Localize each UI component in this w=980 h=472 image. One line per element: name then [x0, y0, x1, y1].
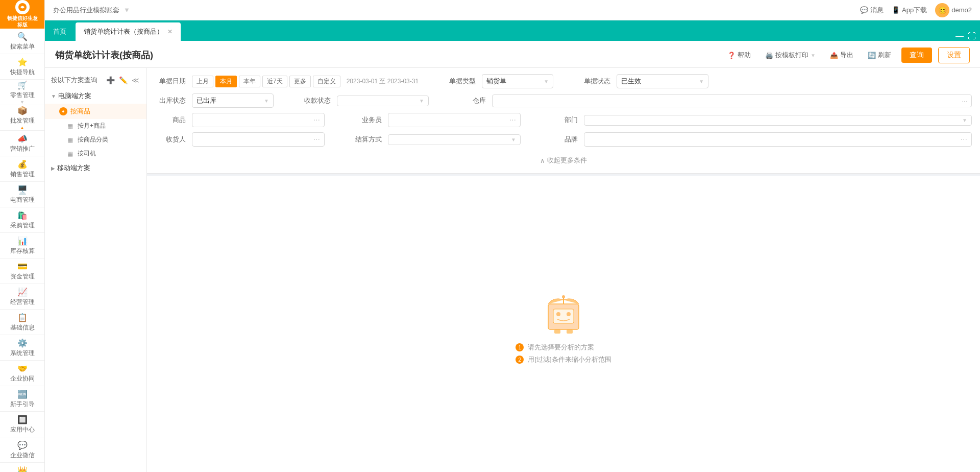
export-button[interactable]: 📤 导出 [826, 49, 857, 62]
enterprise-icon: 🤝 [17, 364, 28, 373]
svg-rect-2 [553, 309, 574, 323]
sidebar-item-apps[interactable]: 🔲 应用中心 [0, 412, 44, 437]
help-button[interactable]: ❓ 帮助 [723, 49, 755, 62]
date-btn-last-month[interactable]: 上月 [192, 76, 213, 87]
tab-minimize-button[interactable]: — [955, 32, 964, 41]
sidebar-item-inventory[interactable]: 📊 库存核算 [0, 233, 44, 258]
sidebar-item-sales[interactable]: 💰 销售管理 [0, 156, 44, 182]
doc-type-label: 单据类型 [445, 77, 476, 86]
empty-tip-2: 2 用[过滤]条件来缩小分析范围 [516, 355, 611, 364]
sidebar-item-quick-nav[interactable]: ⭐ 快捷导航 [0, 54, 44, 80]
top-header: 办公用品行业模拟账套 ▼ 💬 消息 📱 App下载 😊 demo2 [45, 0, 980, 20]
sidebar-item-guide[interactable]: 🆕 新手引导 [0, 386, 44, 412]
basic-icon: 📋 [17, 313, 28, 322]
edit-scheme-button[interactable]: ✏️ [118, 75, 129, 85]
date-buttons: 上月 本月 本年 近7天 更多 自定义 [192, 76, 340, 87]
out-status-select[interactable]: 已出库 ▼ [192, 93, 274, 108]
tab-sales-stat[interactable]: 销货单统计计表（按商品） ✕ [76, 22, 181, 41]
breadcrumb-chevron-icon: ▼ [124, 6, 130, 14]
filter-row-2: 出库状态 已出库 ▼ 收款状态 ▼ 仓库 ·· [155, 93, 972, 108]
date-btn-this-year[interactable]: 本年 [239, 76, 260, 87]
operation-icon: 📈 [17, 287, 28, 297]
salesperson-input[interactable]: ··· [388, 113, 521, 127]
collapse-filters-button[interactable]: ∧ 收起更多条件 [540, 156, 587, 165]
brand-input[interactable]: ··· [584, 132, 972, 147]
svg-point-4 [567, 312, 571, 316]
sidebar-item-marketing[interactable]: 📣 营销推广 [0, 131, 44, 156]
sidebar-item-enterprise[interactable]: 🤝 企业协同 [0, 361, 44, 386]
warehouse-dots: ··· [962, 97, 967, 105]
doc-type-chevron-icon: ▼ [544, 79, 549, 84]
grid3-icon: ▦ [67, 150, 75, 157]
sidebar-item-finance[interactable]: 💳 资金管理 [0, 258, 44, 284]
receipt-status-select[interactable]: ▼ [337, 96, 429, 106]
query-button[interactable]: 查询 [901, 48, 932, 63]
goods-dots-icon: ··· [313, 115, 320, 125]
goods-input[interactable]: ··· [192, 113, 325, 127]
filter-area: 单据日期 上月 本月 本年 近7天 更多 自定义 2023-03-01 至 20… [147, 68, 980, 174]
tree-item-by-cashier[interactable]: ▦ 按司机 [45, 147, 146, 160]
apps-icon: 🔲 [17, 415, 28, 424]
empty-tips: 1 请先选择要分析的方案 2 用[过滤]条件来缩小分析范围 [516, 343, 611, 364]
tab-close-icon[interactable]: ✕ [167, 28, 173, 35]
settlement-chevron-icon: ▼ [511, 137, 516, 143]
tree-group-mobile-title[interactable]: ▶ 移动端方案 [45, 160, 146, 176]
tab-extra-actions: — ⛶ [955, 32, 980, 41]
sidebar-item-operation[interactable]: 📈 经营管理 [0, 284, 44, 310]
doc-status-select[interactable]: 已生效 ▼ [617, 74, 708, 88]
svg-rect-7 [554, 329, 560, 334]
doc-type-select[interactable]: 销货单 ▼ [482, 74, 553, 88]
sidebar-item-purchase[interactable]: 🛍️ 采购管理 [0, 207, 44, 233]
date-btn-more[interactable]: 更多 [289, 76, 311, 87]
tree-group-desktop-title[interactable]: ▼ 电脑端方案 [45, 88, 146, 104]
template-print-button[interactable]: 🖨️ 按模板打印 ▼ [761, 49, 820, 62]
left-panel: 按以下方案查询 ➕ ✏️ ≪ ▼ 电脑端方案 ● 按商品 [45, 68, 147, 472]
department-select[interactable]: ▼ [584, 115, 972, 126]
tab-home[interactable]: 首页 [45, 22, 75, 41]
message-button[interactable]: 💬 消息 [860, 6, 884, 15]
svg-point-6 [562, 295, 565, 298]
user-avatar[interactable]: 😊 demo2 [935, 3, 972, 17]
guide-icon: 🆕 [17, 389, 28, 399]
add-scheme-button[interactable]: ➕ [105, 75, 116, 85]
breadcrumb: 办公用品行业模拟账套 ▼ [53, 6, 130, 15]
sidebar-item-wechat[interactable]: 💬 企业微信 [0, 437, 44, 463]
sidebar-item-member[interactable]: 👑 畅会员 [0, 463, 44, 472]
system-icon: ⚙️ [17, 338, 28, 348]
member-icon: 👑 [17, 466, 28, 473]
sidebar-item-wholesale[interactable]: 📦 批发管理 ▲ [0, 105, 44, 131]
left-panel-actions: ➕ ✏️ ≪ [105, 75, 140, 85]
warehouse-select[interactable]: ··· [492, 95, 972, 107]
tab-bar: 首页 销货单统计计表（按商品） ✕ — ⛶ [45, 20, 980, 41]
salesperson-dots-icon: ··· [509, 115, 516, 125]
sidebar-item-search[interactable]: 🔍 搜索菜单 [0, 29, 44, 54]
tree-item-by-goods-category[interactable]: ▦ 按商品分类 [45, 133, 146, 147]
sidebar-item-system[interactable]: ⚙️ 系统管理 [0, 335, 44, 361]
tab-maximize-button[interactable]: ⛶ [968, 32, 976, 41]
refresh-button[interactable]: 🔄 刷新 [864, 49, 895, 62]
department-label: 部门 [547, 115, 578, 125]
brand-label: 品牌 [547, 135, 578, 144]
out-status-label: 出库状态 [155, 96, 186, 105]
sidebar-item-basic[interactable]: 📋 基础信息 [0, 310, 44, 335]
tree-item-by-goods[interactable]: ● 按商品 [45, 104, 146, 119]
date-btn-last7[interactable]: 近7天 [262, 76, 287, 87]
settings-button[interactable]: 设置 [938, 47, 970, 63]
app-download-button[interactable]: 📱 App下载 [892, 6, 927, 15]
refresh-icon: 🔄 [868, 52, 876, 59]
left-panel-header: 按以下方案查询 ➕ ✏️ ≪ [45, 72, 146, 88]
page-title: 销货单统计计表(按商品) [55, 49, 153, 61]
collapse-panel-button[interactable]: ≪ [131, 75, 140, 85]
filter-row-1: 单据日期 上月 本月 本年 近7天 更多 自定义 2023-03-01 至 20… [155, 74, 972, 88]
finance-icon: 💳 [17, 262, 28, 271]
sidebar-item-ecommerce[interactable]: 🖥️ 电商管理 [0, 182, 44, 207]
receipt-status-chevron-icon: ▼ [419, 98, 424, 104]
date-btn-this-month[interactable]: 本月 [215, 76, 237, 87]
page-header: 销货单统计计表(按商品) ❓ 帮助 🖨️ 按模板打印 ▼ 📤 导出 🔄 刷 [45, 41, 980, 68]
receiver-input[interactable]: ··· [192, 132, 325, 147]
tree-expand-icon: ▶ [51, 166, 55, 171]
date-btn-custom[interactable]: 自定义 [313, 76, 340, 87]
tree-item-by-month-goods[interactable]: ▦ 按月+商品 [45, 119, 146, 133]
settlement-select[interactable]: ▼ [388, 134, 521, 145]
sidebar-item-retail[interactable]: 🛒 零售管理 ▼ [0, 80, 44, 105]
